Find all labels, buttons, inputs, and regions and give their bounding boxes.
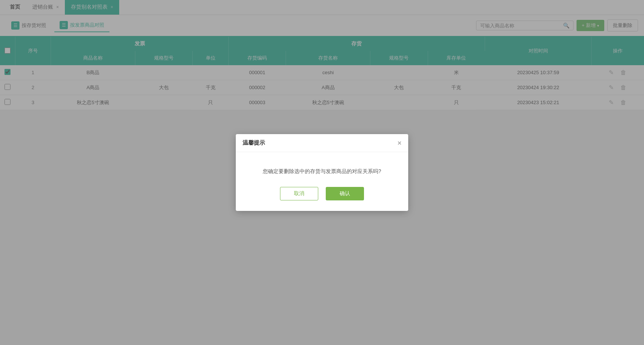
modal-overlay: 温馨提示 × 您确定要删除选中的存货与发票商品的对应关系吗? 取消 确认: [0, 0, 644, 110]
